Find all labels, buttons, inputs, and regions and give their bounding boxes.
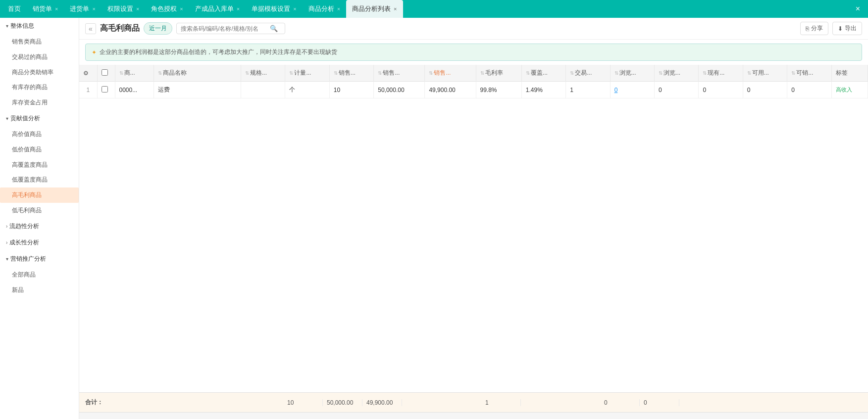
- sidebar-section-marketing[interactable]: ▾ 营销推广分析: [0, 251, 79, 267]
- arrow-icon-trend: ›: [6, 224, 7, 229]
- nav-doc-template[interactable]: 单据模板设置 ×: [246, 0, 302, 18]
- row-code: 0000...: [115, 82, 154, 98]
- arrow-icon-marketing: ▾: [6, 256, 8, 262]
- table-row: 1 0000... 运费 个 10 50,000.00 49,900.00 99…: [79, 82, 868, 98]
- row-tag: 高收入: [831, 82, 868, 98]
- row-available: 0: [743, 82, 787, 98]
- info-banner: ✦ 企业的主要的利润都是这部分商品创造的，可考虑加大推广，同时关注库存是不要出现…: [85, 44, 862, 61]
- sidebar-item-high-coverage[interactable]: 高覆盖度商品: [0, 157, 79, 173]
- sidebar-item-low-value[interactable]: 低价值商品: [0, 142, 79, 157]
- col-settings[interactable]: ⚙: [79, 65, 97, 82]
- col-coverage[interactable]: ⇅覆盖...: [521, 65, 565, 82]
- sidebar-item-all-products[interactable]: 全部商品: [0, 267, 79, 282]
- col-code[interactable]: ⇅商...: [115, 65, 154, 82]
- search-icon[interactable]: 🔍: [270, 25, 278, 32]
- nav-purchase-order[interactable]: 进货单 ×: [64, 0, 101, 18]
- row-gross-margin: 99.8%: [476, 82, 521, 98]
- col-transaction[interactable]: ⇅交易...: [566, 65, 610, 82]
- row-name: 运费: [154, 82, 241, 98]
- close-doc-template[interactable]: ×: [293, 6, 296, 12]
- close-role-auth[interactable]: ×: [180, 6, 183, 12]
- sidebar-item-sales-goods[interactable]: 销售类商品: [0, 34, 79, 49]
- col-sales-profit[interactable]: ⇅销售...: [425, 65, 476, 82]
- window-close-button[interactable]: ×: [850, 4, 866, 13]
- nav-finished-goods[interactable]: 产成品入库单 ×: [189, 0, 246, 18]
- sidebar-item-new-products[interactable]: 新品: [0, 282, 79, 298]
- row-number: 1: [79, 82, 97, 98]
- sidebar-section-trend[interactable]: › 流趋性分析: [0, 218, 79, 234]
- footer-sales-amount: 50,000.00: [323, 399, 362, 406]
- horizontal-scrollbar[interactable]: [79, 412, 868, 419]
- share-icon: ⎘: [806, 25, 809, 32]
- search-input[interactable]: [181, 25, 270, 32]
- footer-cells: 10 50,000.00 49,900.00 1 0 0: [125, 399, 679, 406]
- col-spec[interactable]: ⇅规格...: [241, 65, 285, 82]
- arrow-icon: ▾: [6, 23, 8, 29]
- nav-role-auth[interactable]: 角色授权 ×: [145, 0, 189, 18]
- sidebar-item-traded-goods[interactable]: 交易过的商品: [0, 49, 79, 65]
- sidebar-section-overall[interactable]: ▾ 整体信息: [0, 18, 79, 34]
- close-product-analysis[interactable]: ×: [337, 6, 340, 12]
- filter-recent-month-button[interactable]: 近一月: [144, 22, 172, 35]
- close-sales-order[interactable]: ×: [55, 6, 58, 12]
- export-button[interactable]: ⬇ 导出: [832, 22, 862, 35]
- col-unit[interactable]: ⇅计量...: [285, 65, 329, 82]
- footer-current-stock: 0: [600, 399, 640, 406]
- footer-available: 0: [640, 399, 679, 406]
- main-layout: ▾ 整体信息 销售类商品 交易过的商品 商品分类助销率 有库存的商品 库存资金占…: [0, 18, 868, 419]
- footer-transaction: 1: [481, 399, 521, 406]
- col-sales-amount[interactable]: ⇅销售...: [374, 65, 425, 82]
- footer-sales-profit: 49,900.00: [362, 399, 402, 406]
- nav-product-analysis[interactable]: 商品分析 ×: [303, 0, 346, 18]
- select-all-checkbox[interactable]: [102, 69, 108, 76]
- sidebar-item-high-value[interactable]: 高价值商品: [0, 127, 79, 142]
- row-browse2: 0: [655, 82, 699, 98]
- footer-label: 合计：: [85, 398, 125, 407]
- page-title: 高毛利商品: [100, 23, 140, 34]
- col-sales-qty[interactable]: ⇅销售...: [329, 65, 373, 82]
- col-name[interactable]: ⇅商品名称: [154, 65, 241, 82]
- share-button[interactable]: ⎘ 分享: [800, 22, 828, 35]
- close-permission-settings[interactable]: ×: [136, 6, 139, 12]
- row-sellable: 0: [787, 82, 831, 98]
- settings-icon[interactable]: ⚙: [83, 70, 89, 77]
- nav-home[interactable]: 首页: [2, 0, 27, 18]
- nav-sales-order[interactable]: 销货单 ×: [27, 0, 64, 18]
- close-finished-goods[interactable]: ×: [237, 6, 240, 12]
- sidebar-item-category-rate[interactable]: 商品分类助销率: [0, 65, 79, 80]
- banner-text: 企业的主要的利润都是这部分商品创造的，可考虑加大推广，同时关注库存是不要出现缺货: [100, 48, 337, 56]
- table-container[interactable]: ⚙ ⇅商... ⇅商品名称 ⇅规格... ⇅计量... ⇅销售... ⇅销售..…: [79, 65, 868, 392]
- row-coverage: 1.49%: [521, 82, 565, 98]
- nav-product-analysis-list[interactable]: 商品分析列表 ×: [346, 0, 403, 18]
- col-available[interactable]: ⇅可用...: [743, 65, 787, 82]
- close-product-analysis-list[interactable]: ×: [394, 6, 397, 12]
- row-spec: [241, 82, 285, 98]
- col-browse1[interactable]: ⇅浏览...: [610, 65, 654, 82]
- sidebar: ▾ 整体信息 销售类商品 交易过的商品 商品分类助销率 有库存的商品 库存资金占…: [0, 18, 79, 419]
- row-checkbox[interactable]: [102, 86, 108, 93]
- sidebar-item-low-margin[interactable]: 低毛利商品: [0, 203, 79, 218]
- col-gross-margin[interactable]: ⇅毛利率: [476, 65, 521, 82]
- search-box[interactable]: 🔍: [176, 23, 285, 34]
- sidebar-item-low-coverage[interactable]: 低覆盖度商品: [0, 172, 79, 187]
- row-browse1[interactable]: 0: [610, 82, 654, 98]
- row-checkbox-cell[interactable]: [97, 82, 115, 98]
- footer-sales-qty: 10: [283, 399, 323, 406]
- row-current-stock: 0: [699, 82, 743, 98]
- export-icon: ⬇: [838, 25, 843, 32]
- col-sellable[interactable]: ⇅可销...: [787, 65, 831, 82]
- col-checkbox[interactable]: [97, 65, 115, 82]
- col-current-stock[interactable]: ⇅现有...: [699, 65, 743, 82]
- sidebar-section-growth[interactable]: › 成长性分析: [0, 234, 79, 251]
- row-sales-qty: 10: [329, 82, 373, 98]
- row-transaction: 1: [566, 82, 610, 98]
- sidebar-collapse-button[interactable]: «: [85, 23, 96, 34]
- sidebar-section-contribution[interactable]: ▾ 贡献值分析: [0, 110, 79, 127]
- nav-permission-settings[interactable]: 权限设置 ×: [102, 0, 145, 18]
- sidebar-item-inventory-capital[interactable]: 库存资金占用: [0, 95, 79, 110]
- sidebar-item-high-margin[interactable]: 高毛利商品: [0, 187, 79, 203]
- close-purchase-order[interactable]: ×: [92, 6, 95, 12]
- col-browse2[interactable]: ⇅浏览...: [655, 65, 699, 82]
- sidebar-item-in-stock[interactable]: 有库存的商品: [0, 80, 79, 95]
- row-unit: 个: [285, 82, 329, 98]
